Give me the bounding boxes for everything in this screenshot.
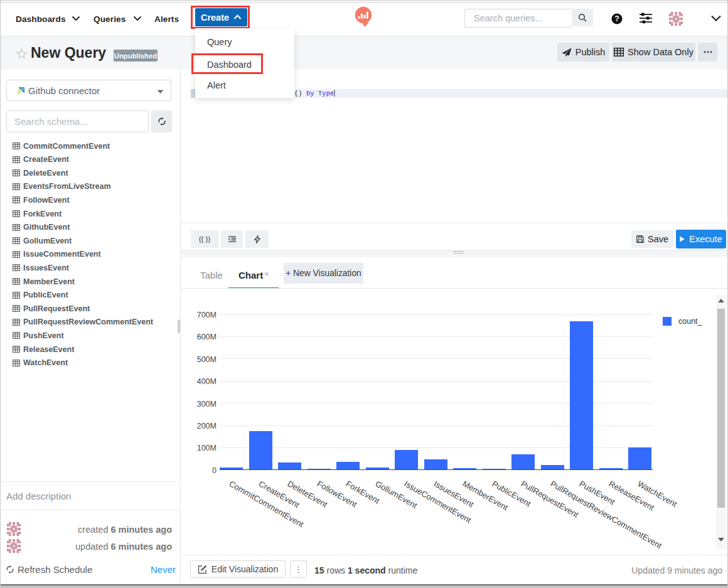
svg-text:?: ?: [614, 14, 619, 23]
